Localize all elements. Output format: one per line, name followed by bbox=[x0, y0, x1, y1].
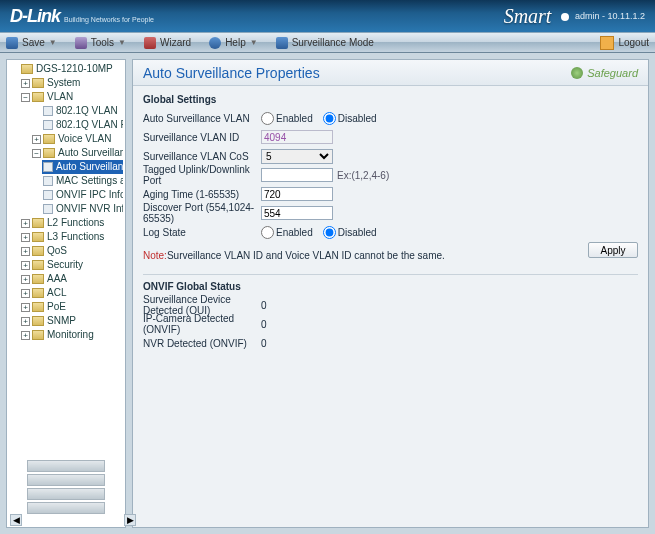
onvif-status-heading: ONVIF Global Status bbox=[143, 281, 638, 292]
menu-wizard[interactable]: Wizard bbox=[144, 37, 191, 49]
row-tagged-port: Tagged Uplink/Downlink Port Ex:(1,2,4-6) bbox=[143, 166, 638, 184]
tree-auto-surv-vlan[interactable]: −Auto Surveillance VLAN bbox=[31, 146, 123, 160]
pane-header: Auto Surveillance Properties Safeguard bbox=[133, 60, 648, 86]
tree-system[interactable]: +System bbox=[20, 76, 123, 90]
tree-qos[interactable]: +QoS bbox=[20, 244, 123, 258]
cos-select[interactable]: 5 bbox=[261, 149, 333, 164]
row-asv-enable: Auto Surveillance VLAN Enabled Disabled bbox=[143, 109, 638, 127]
row-vlan-id: Surveillance VLAN ID bbox=[143, 128, 638, 146]
tree-poe[interactable]: +PoE bbox=[20, 300, 123, 314]
menu-surveillance[interactable]: Surveillance Mode bbox=[276, 37, 374, 49]
row-nvr-detected: NVR Detected (ONVIF)0 bbox=[143, 334, 638, 352]
content-pane: Auto Surveillance Properties Safeguard G… bbox=[132, 59, 649, 528]
tree-monitoring[interactable]: +Monitoring bbox=[20, 328, 123, 342]
wizard-icon bbox=[144, 37, 156, 49]
menu-tools[interactable]: Tools▼ bbox=[75, 37, 126, 49]
tree-snmp[interactable]: +SNMP bbox=[20, 314, 123, 328]
device-icon bbox=[21, 64, 33, 74]
row-cos: Surveillance VLAN CoS 5 bbox=[143, 147, 638, 165]
tree-vlan[interactable]: −VLAN bbox=[20, 90, 123, 104]
app-header: D-Link Building Networks for People Smar… bbox=[0, 0, 655, 32]
tree-acl[interactable]: +ACL bbox=[20, 286, 123, 300]
row-ipc-detected: IP-Camera Detected (ONVIF)0 bbox=[143, 315, 638, 333]
asv-disabled-radio[interactable]: Disabled bbox=[323, 112, 377, 125]
global-settings-heading: Global Settings bbox=[143, 94, 638, 105]
row-aging: Aging Time (1-65535) bbox=[143, 185, 638, 203]
tree-mac-settings[interactable]: MAC Settings and Surveilla bbox=[42, 174, 123, 188]
log-enabled-radio[interactable]: Enabled bbox=[261, 226, 313, 239]
row-device-detected: Surveillance Device Detected (OUI)0 bbox=[143, 296, 638, 314]
save-icon bbox=[6, 37, 18, 49]
tree-root-model[interactable]: DGS-1210-10MP bbox=[9, 62, 123, 76]
form-area: Global Settings Auto Surveillance VLAN E… bbox=[133, 86, 648, 361]
user-label: admin - 10.11.1.2 bbox=[575, 11, 645, 21]
discover-input[interactable] bbox=[261, 206, 333, 220]
note-text: Surveillance VLAN ID and Voice VLAN ID c… bbox=[167, 250, 445, 261]
nav-tree: DGS-1210-10MP +System −VLAN 802.1Q VLAN … bbox=[9, 62, 123, 342]
logout-icon bbox=[600, 36, 614, 50]
brand-name: D-Link bbox=[10, 6, 60, 27]
brand-tagline: Building Networks for People bbox=[64, 16, 154, 23]
tab-scroll-right[interactable]: ▶ bbox=[124, 514, 136, 526]
tree-l3[interactable]: +L3 Functions bbox=[20, 230, 123, 244]
tools-icon bbox=[75, 37, 87, 49]
user-icon bbox=[561, 13, 569, 21]
tagged-port-input[interactable] bbox=[261, 168, 333, 182]
nav-sidebar: DGS-1210-10MP +System −VLAN 802.1Q VLAN … bbox=[6, 59, 126, 528]
surveillance-icon bbox=[276, 37, 288, 49]
menu-help[interactable]: Help▼ bbox=[209, 37, 258, 49]
pane-title: Auto Surveillance Properties bbox=[143, 65, 320, 81]
user-info: admin - 10.11.1.2 bbox=[561, 11, 645, 21]
menu-save[interactable]: Save▼ bbox=[6, 37, 57, 49]
menubar: Save▼ Tools▼ Wizard Help▼ Surveillance M… bbox=[0, 32, 655, 53]
brand-logo: D-Link Building Networks for People bbox=[10, 6, 154, 27]
row-log-state: Log State Enabled Disabled bbox=[143, 223, 638, 241]
row-discover: Discover Port (554,1024-65535) bbox=[143, 204, 638, 222]
tree-asv-properties[interactable]: Auto Surveillance Properties bbox=[42, 160, 123, 174]
aging-input[interactable] bbox=[261, 187, 333, 201]
tab-scroll-left[interactable]: ◀ bbox=[10, 514, 22, 526]
safeguard-icon bbox=[571, 67, 583, 79]
tree-aaa[interactable]: +AAA bbox=[20, 272, 123, 286]
asv-enabled-radio[interactable]: Enabled bbox=[261, 112, 313, 125]
help-icon bbox=[209, 37, 221, 49]
tree-8021q-vlan[interactable]: 802.1Q VLAN bbox=[31, 104, 123, 118]
tagged-hint: Ex:(1,2,4-6) bbox=[337, 170, 389, 181]
note-row: Note:Surveillance VLAN ID and Voice VLAN… bbox=[143, 242, 638, 268]
tree-security[interactable]: +Security bbox=[20, 258, 123, 272]
note-prefix: Note: bbox=[143, 250, 167, 261]
apply-button[interactable]: Apply bbox=[588, 242, 638, 258]
smart-logo: Smart bbox=[504, 5, 552, 28]
tree-onvif-nvr[interactable]: ONVIF NVR Information bbox=[42, 202, 123, 216]
tree-onvif-ipc[interactable]: ONVIF IPC Information bbox=[42, 188, 123, 202]
vlan-id-input[interactable] bbox=[261, 130, 333, 144]
tree-voice-vlan[interactable]: +Voice VLAN bbox=[31, 132, 123, 146]
safeguard-indicator: Safeguard bbox=[571, 67, 638, 79]
log-disabled-radio[interactable]: Disabled bbox=[323, 226, 377, 239]
device-image bbox=[13, 453, 119, 521]
tree-8021q-pvid[interactable]: 802.1Q VLAN PVID bbox=[31, 118, 123, 132]
menu-logout[interactable]: Logout bbox=[600, 36, 649, 50]
tree-l2[interactable]: +L2 Functions bbox=[20, 216, 123, 230]
